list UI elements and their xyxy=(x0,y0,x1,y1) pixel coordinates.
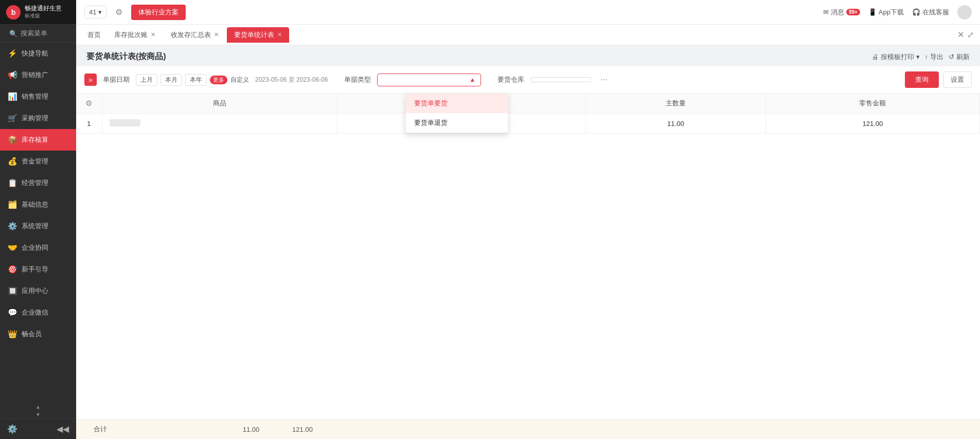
sidebar-scroll-down[interactable]: ▼ xyxy=(0,411,76,418)
tab-requisition-stats[interactable]: 要货单统计表 ✕ xyxy=(227,27,289,43)
settings-icon[interactable]: ⚙️ xyxy=(7,424,17,434)
filter-action-buttons: 查询 设置 xyxy=(905,71,972,88)
footer-values: 11.00 121.00 xyxy=(230,426,323,433)
sidebar-item-marketing[interactable]: 📢 营销推广 xyxy=(0,64,76,86)
table-footer: 合计 11.00 121.00 xyxy=(76,419,980,439)
messages-badge: 99+ xyxy=(846,9,860,15)
header-gear-button[interactable]: ⚙ xyxy=(112,5,126,20)
online-service-button[interactable]: 🎧 在线客服 xyxy=(912,8,949,17)
date-btn-last-month[interactable]: 上月 xyxy=(136,74,157,86)
tab-receive-summary-label: 收发存汇总表 xyxy=(171,30,211,40)
sidebar-item-system[interactable]: ⚙️ 系统管理 xyxy=(0,215,76,237)
trial-button[interactable]: 体验行业方案 xyxy=(131,5,186,20)
sidebar-label-system: 系统管理 xyxy=(22,222,48,231)
tab-window-controls: ✕ ⤢ xyxy=(957,30,974,40)
messages-button[interactable]: ✉ 消息 99+ xyxy=(823,8,860,17)
refresh-button[interactable]: ↺ 刷新 xyxy=(949,52,970,62)
date-more-badge[interactable]: 更多 xyxy=(210,76,227,84)
header-right: ✉ 消息 99+ 📱 App下载 🎧 在线客服 xyxy=(823,5,972,20)
cell-quantity: 11.00 xyxy=(586,114,766,134)
col-header-product: 商品 xyxy=(102,94,337,114)
sidebar-item-inventory[interactable]: 📦 库存核算 xyxy=(0,129,76,151)
sidebar-label-app-center: 应用中心 xyxy=(22,286,48,296)
footer-label: 合计 xyxy=(94,425,107,434)
filter-more-options-icon[interactable]: ··· xyxy=(600,75,607,84)
tab-requisition-stats-close[interactable]: ✕ xyxy=(277,31,282,38)
export-button[interactable]: ↑ 导出 xyxy=(925,52,944,62)
window-close-icon[interactable]: ✕ xyxy=(957,30,964,40)
sidebar-item-operations[interactable]: 📋 经营管理 xyxy=(0,172,76,194)
sidebar-item-app-center[interactable]: 🔲 应用中心 xyxy=(0,280,76,302)
collapse-icon[interactable]: ◀◀ xyxy=(57,424,69,434)
tab-home-label: 首页 xyxy=(87,30,101,40)
system-icon: ⚙️ xyxy=(7,221,17,231)
sidebar-item-quick-nav[interactable]: ⚡ 快捷导航 xyxy=(0,43,76,64)
app-logo-icon: b xyxy=(6,5,21,20)
members-icon: 👑 xyxy=(7,329,17,339)
sidebar-logo: b 畅捷通好生意 标准版 xyxy=(0,0,76,25)
headset-icon: 🎧 xyxy=(912,8,920,16)
refresh-icon: ↺ xyxy=(949,53,954,61)
sidebar-item-purchase[interactable]: 🛒 采购管理 xyxy=(0,107,76,129)
expand-icon: » xyxy=(88,76,93,84)
quick-nav-icon: ⚡ xyxy=(7,48,17,59)
tab-receive-summary-close[interactable]: ✕ xyxy=(214,31,219,38)
sidebar-label-newbie: 新手引导 xyxy=(22,265,48,274)
tab-receive-summary[interactable]: 收发存汇总表 ✕ xyxy=(164,27,226,43)
type-dropdown: 要货单要货 要货单退货 xyxy=(405,93,508,133)
date-btn-this-month[interactable]: 本月 xyxy=(161,74,182,86)
search-menu-item[interactable]: 🔍 搜索菜单 xyxy=(0,25,76,43)
sidebar-scroll-up[interactable]: ▲ xyxy=(0,403,76,411)
dropdown-item-requisition-return[interactable]: 要货单退货 xyxy=(406,113,508,133)
user-avatar[interactable] xyxy=(957,5,972,20)
tab-inventory-batch-close[interactable]: ✕ xyxy=(151,31,155,38)
sidebar-item-sales[interactable]: 📊 销售管理 xyxy=(0,86,76,107)
filter-settings-button[interactable]: 设置 xyxy=(943,71,972,88)
tab-inventory-batch-label: 库存批次账 xyxy=(114,30,148,40)
sidebar-item-enterprise[interactable]: 🤝 企业协同 xyxy=(0,237,76,259)
sidebar-item-finance[interactable]: 💰 资金管理 xyxy=(0,151,76,172)
sidebar-item-members[interactable]: 👑 畅会员 xyxy=(0,323,76,345)
selector-value: 41 xyxy=(89,8,96,16)
app-download-button[interactable]: 📱 App下载 xyxy=(868,8,904,17)
tab-inventory-batch[interactable]: 库存批次账 ✕ xyxy=(107,27,163,43)
sidebar-item-basic-info[interactable]: 🗂️ 基础信息 xyxy=(0,194,76,215)
sidebar-label-corp-wechat: 企业微信 xyxy=(22,308,48,317)
export-icon: ↑ xyxy=(925,53,929,61)
sidebar-item-corp-wechat[interactable]: 💬 企业微信 xyxy=(0,302,76,323)
tab-bar: 首页 库存批次账 ✕ 收发存汇总表 ✕ 要货单统计表 ✕ ✕ ⤢ xyxy=(76,25,980,45)
date-custom-btn[interactable]: 自定义 xyxy=(230,76,249,84)
type-filter-select[interactable]: ▲ xyxy=(377,74,481,86)
table-body: 1 块 11.00 121.00 xyxy=(76,114,980,134)
date-shortcuts: 上月 本月 本年 更多 自定义 xyxy=(136,74,249,86)
sidebar-label-quick-nav: 快捷导航 xyxy=(22,49,48,58)
print-template-button[interactable]: 🖨 按模板打印 ▾ xyxy=(872,52,920,62)
main-content: 41 ▾ ⚙ 体验行业方案 ✉ 消息 99+ 📱 App下载 🎧 在线客服 xyxy=(76,0,980,439)
table-settings-icon[interactable]: ⚙ xyxy=(76,94,102,114)
window-expand-icon[interactable]: ⤢ xyxy=(967,30,974,40)
enterprise-icon: 🤝 xyxy=(7,243,17,253)
search-label: 搜索菜单 xyxy=(21,29,47,38)
type-select-chevron-icon: ▲ xyxy=(469,76,475,83)
app-download-label: App下载 xyxy=(879,8,904,17)
warehouse-filter-select[interactable] xyxy=(530,77,592,82)
print-chevron-icon: ▾ xyxy=(916,53,920,61)
operations-icon: 📋 xyxy=(7,178,17,188)
sidebar-item-newbie[interactable]: 🎯 新手引导 xyxy=(0,259,76,280)
store-selector[interactable]: 41 ▾ xyxy=(84,6,106,19)
query-button[interactable]: 查询 xyxy=(905,71,939,88)
refresh-label: 刷新 xyxy=(956,52,970,62)
tab-requisition-stats-label: 要货单统计表 xyxy=(234,30,274,40)
dropdown-item-requisition-order[interactable]: 要货单要货 xyxy=(406,94,508,113)
tab-home[interactable]: 首页 xyxy=(82,27,106,43)
type-filter-input[interactable] xyxy=(383,76,469,84)
purchase-icon: 🛒 xyxy=(7,113,17,123)
cell-product xyxy=(102,114,337,134)
logo-text-block: 畅捷通好生意 标准版 xyxy=(25,5,62,20)
online-service-label: 在线客服 xyxy=(922,8,949,17)
message-icon: ✉ xyxy=(823,8,829,16)
date-btn-this-year[interactable]: 本年 xyxy=(185,74,207,86)
filter-expand-button[interactable]: » xyxy=(84,74,97,86)
app-sub: 标准版 xyxy=(25,12,62,20)
date-filter-label: 单据日期 xyxy=(103,75,130,84)
